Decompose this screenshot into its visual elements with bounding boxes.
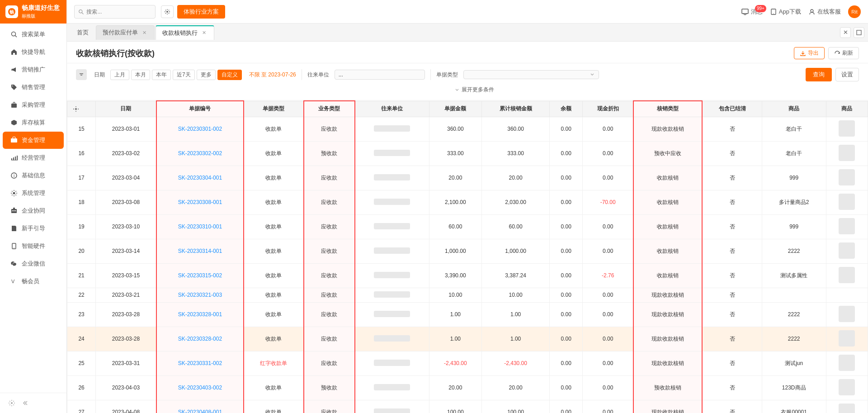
collapse-icon[interactable] xyxy=(22,399,31,408)
sidebar-item-basic-info[interactable]: i 基础信息 xyxy=(3,167,64,184)
cell-amount: 10.00 xyxy=(429,288,481,302)
solution-btn[interactable]: 体验行业方案 xyxy=(177,5,225,19)
cell-voucher-no: SK-20230301-002 xyxy=(156,117,244,141)
voucher-no-link[interactable]: SK-20230328-001 xyxy=(178,311,222,318)
query-btn[interactable]: 查询 xyxy=(806,68,832,81)
voucher-type-select[interactable] xyxy=(463,70,599,79)
info-icon: i xyxy=(10,171,18,180)
table-row[interactable]: 16 2023-03-02 SK-20230302-002 收款单 预收款 33… xyxy=(67,141,868,166)
table-row[interactable]: 25 2023-03-31 SK-20230331-002 红字收款单 应收款 … xyxy=(67,351,868,375)
export-btn[interactable]: 导出 xyxy=(794,47,825,59)
expand-more-btn[interactable]: 展开更多条件 xyxy=(90,84,859,95)
filter-expand-btn[interactable] xyxy=(76,69,87,80)
tab-home[interactable]: 首页 xyxy=(71,25,95,40)
sidebar-item-marketing[interactable]: 营销推广 xyxy=(3,61,64,78)
tab-pre-payment[interactable]: 预付款应付单 ✕ xyxy=(96,25,155,40)
cell-include-settled: 否 xyxy=(702,375,762,400)
voucher-no-link[interactable]: SK-20230328-002 xyxy=(178,336,222,342)
cell-goods2 xyxy=(826,117,868,141)
voucher-no-link[interactable]: SK-20230314-001 xyxy=(178,248,222,254)
sidebar-item-inventory[interactable]: 库存核算 xyxy=(3,114,64,131)
sidebar-item-smart-hw[interactable]: 智能硬件 xyxy=(3,237,64,255)
book-icon xyxy=(10,224,18,233)
topbar-search-box[interactable] xyxy=(74,5,156,19)
cell-include-settled: 否 xyxy=(702,263,762,288)
cell-voucher-type: 收款单 xyxy=(244,327,304,351)
sidebar-item-enterprise[interactable]: 企业协同 xyxy=(3,202,64,219)
sidebar-item-wechat[interactable]: 企业微信 xyxy=(3,255,64,272)
voucher-no-link[interactable]: SK-20230301-002 xyxy=(178,126,222,132)
voucher-no-link[interactable]: SK-20230310-001 xyxy=(178,223,222,230)
voucher-no-link[interactable]: SK-20230304-001 xyxy=(178,175,222,181)
cell-amount: 1.00 xyxy=(429,327,481,351)
sidebar-item-beginner[interactable]: 新手引导 xyxy=(3,220,64,237)
voucher-no-link[interactable]: SK-20230315-002 xyxy=(178,272,222,279)
voucher-no-link[interactable]: SK-20230321-003 xyxy=(178,292,222,298)
online-support-btn[interactable]: 在线客服 xyxy=(808,8,841,16)
tab-collection-exec[interactable]: 收款核销执行 ✕ xyxy=(156,25,214,40)
sidebar-item-quick-nav[interactable]: 快捷导航 xyxy=(3,43,64,61)
sidebar-item-finance[interactable]: 资金管理 xyxy=(3,132,64,149)
date-this-year-btn[interactable]: 本年 xyxy=(152,70,171,80)
sidebar-item-search[interactable]: 搜索菜单 xyxy=(3,26,64,43)
table-row[interactable]: 20 2023-03-14 SK-20230314-001 收款单 应收款 1,… xyxy=(67,239,868,263)
date-more-btn[interactable]: 更多 xyxy=(197,70,216,80)
shopping-bag-icon xyxy=(10,101,18,109)
cell-cash-discount: 0.00 xyxy=(583,288,633,302)
table-row[interactable]: 27 2023-04-08 SK-20230408-001 收款单 应收款 10… xyxy=(67,400,868,413)
svg-point-17 xyxy=(14,247,14,248)
voucher-no-link[interactable]: SK-20230408-001 xyxy=(178,409,222,413)
sidebar-item-sales[interactable]: 销售管理 xyxy=(3,79,64,96)
tab-pre-payment-close[interactable]: ✕ xyxy=(141,29,148,36)
date-prev-month-btn[interactable]: 上月 xyxy=(110,70,129,80)
cell-voucher-no: SK-20230408-001 xyxy=(156,400,244,413)
tab-collection-exec-close[interactable]: ✕ xyxy=(200,29,208,37)
cell-seq: 26 xyxy=(67,375,96,400)
cell-date: 2023-03-31 xyxy=(96,351,156,375)
col-settings[interactable] xyxy=(67,101,96,117)
svg-rect-27 xyxy=(857,30,861,35)
maximize-btn[interactable] xyxy=(854,27,864,38)
table-row[interactable]: 21 2023-03-15 SK-20230315-002 收款单 应收款 3,… xyxy=(67,263,868,288)
table-row[interactable]: 22 2023-03-21 SK-20230321-003 收款单 应收款 10… xyxy=(67,288,868,302)
search-input[interactable] xyxy=(86,9,151,15)
cell-amount: 360.00 xyxy=(429,117,481,141)
sidebar-item-purchase[interactable]: 采购管理 xyxy=(3,96,64,114)
voucher-no-link[interactable]: SK-20230331-002 xyxy=(178,360,222,366)
date-custom-btn[interactable]: 自定义 xyxy=(217,70,242,80)
app-download-btn[interactable]: App下载 xyxy=(770,8,801,16)
cell-counterpart xyxy=(355,190,429,214)
table-row[interactable]: 19 2023-03-10 SK-20230310-001 收款单 应收款 60… xyxy=(67,214,868,239)
cell-biz-type: 应收款 xyxy=(304,214,355,239)
settings-gear-icon[interactable] xyxy=(7,399,16,408)
settings-btn[interactable]: 设置 xyxy=(835,68,859,81)
table-row[interactable]: 18 2023-03-08 SK-20230308-001 收款单 应收款 2,… xyxy=(67,190,868,214)
voucher-no-link[interactable]: SK-20230403-002 xyxy=(178,385,222,391)
user-avatar[interactable]: Rit xyxy=(848,5,861,18)
col-settings-icon[interactable] xyxy=(72,105,80,113)
system-icon xyxy=(10,189,18,197)
table-row[interactable]: 23 2023-03-28 SK-20230328-001 收款单 应收款 1.… xyxy=(67,302,868,327)
counterpart-input[interactable]: ... xyxy=(335,70,425,80)
cell-writeoff-type: 现款收款核销 xyxy=(633,327,702,351)
sidebar-item-operations[interactable]: 经营管理 xyxy=(3,149,64,166)
table-row[interactable]: 26 2023-04-03 SK-20230403-002 收款单 预收款 20… xyxy=(67,375,868,400)
cell-voucher-type: 红字收款单 xyxy=(244,351,304,375)
cell-biz-type: 应收款 xyxy=(304,190,355,214)
table-row[interactable]: 15 2023-03-01 SK-20230301-002 收款单 应收款 36… xyxy=(67,117,868,141)
refresh-btn[interactable]: 刷新 xyxy=(828,47,859,59)
content-area: 收款核销执行(按收款) 导出 刷新 日期 上月 xyxy=(67,42,868,413)
close-all-tabs-btn[interactable]: ✕ xyxy=(840,27,851,38)
date-this-month-btn[interactable]: 本月 xyxy=(131,70,150,80)
sidebar-item-system[interactable]: 系统管理 xyxy=(3,185,64,202)
table-row[interactable]: 24 2023-03-28 SK-20230328-002 收款单 应收款 1.… xyxy=(67,327,868,351)
voucher-no-link[interactable]: SK-20230302-002 xyxy=(178,150,222,157)
sidebar-item-member[interactable]: V 畅会员 xyxy=(3,273,64,290)
messages-badge: 99+ xyxy=(755,5,766,12)
messages-btn[interactable]: 消息 99+ xyxy=(741,8,763,16)
cell-total-writeoff: 10.00 xyxy=(481,288,550,302)
date-7days-btn[interactable]: 近7天 xyxy=(173,70,195,80)
voucher-no-link[interactable]: SK-20230308-001 xyxy=(178,199,222,205)
gear-icon[interactable] xyxy=(161,5,174,18)
table-row[interactable]: 17 2023-03-04 SK-20230304-001 收款单 应收款 20… xyxy=(67,166,868,190)
